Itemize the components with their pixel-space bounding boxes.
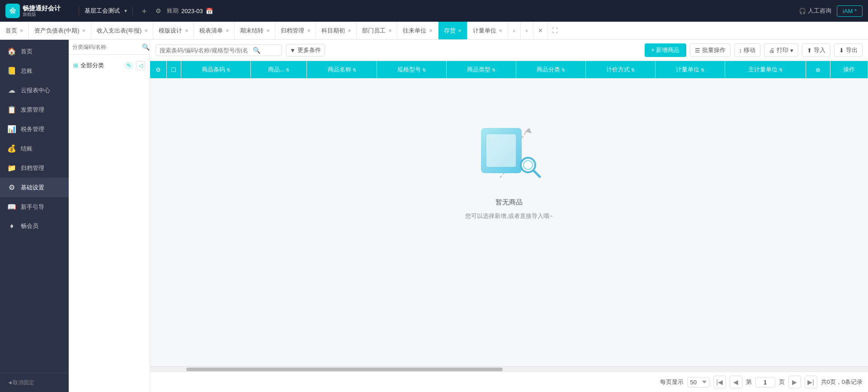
import-button[interactable]: ⬆ 导入 <box>802 43 830 57</box>
company-name[interactable]: 基层工会测试 <box>85 7 120 15</box>
content-area: 🔍 ⊞ 全部分类 ✎ ◁ 🔍 ▼ 更多条件 <box>69 40 868 392</box>
scrollbar-thumb[interactable] <box>186 368 503 371</box>
page-last-button[interactable]: ▶| <box>805 376 817 388</box>
guide-icon: 📖 <box>7 203 16 211</box>
category-list: ⊞ 全部分类 ✎ ◁ <box>69 55 150 392</box>
period-value[interactable]: 2023-03 <box>181 8 203 14</box>
tab-template-close[interactable]: × <box>185 28 188 34</box>
page-prev-button[interactable]: ◀ <box>730 376 742 388</box>
sidebar-item-home-label: 首页 <box>21 47 33 56</box>
sidebar-item-invoice-label: 发票管理 <box>21 106 44 114</box>
product-search-icon[interactable]: 🔍 <box>253 47 260 54</box>
page-number-input[interactable] <box>755 377 775 387</box>
tab-close-all-button[interactable]: ✕ <box>533 22 548 40</box>
tab-home-close[interactable]: × <box>20 28 23 34</box>
page-label: 第 <box>746 378 752 386</box>
th-category-label: 商品分类 <box>537 66 560 74</box>
tab-subject-close[interactable]: × <box>348 28 351 34</box>
th-settings[interactable]: ⚙ <box>150 61 166 78</box>
category-all-item[interactable]: ⊞ 全部分类 ✎ ◁ <box>69 57 150 74</box>
print-button[interactable]: 🖨 打印 ▾ <box>764 43 798 57</box>
tab-transactions-close[interactable]: × <box>429 28 432 34</box>
page-first-button[interactable]: |◀ <box>713 376 726 388</box>
category-collapse-button[interactable]: ◁ <box>136 61 145 70</box>
tab-next-button[interactable]: › <box>521 22 533 40</box>
sidebar-item-cloud-report[interactable]: ☁ 云报表中心 <box>0 80 69 100</box>
add-tab-button[interactable]: ＋ <box>138 5 150 16</box>
more-filter-button[interactable]: ▼ 更多条件 <box>286 44 325 57</box>
th-type[interactable]: 商品类型⇅ <box>446 61 516 78</box>
tab-tax-close[interactable]: × <box>226 28 229 34</box>
tab-subject-init-label: 科目期初 <box>321 27 345 35</box>
batch-label: 批量操作 <box>702 46 726 54</box>
tab-income-label: 收入支出表(年报) <box>97 27 142 35</box>
tab-balance-sheet[interactable]: 资产负债表(中期) × <box>29 22 91 40</box>
tab-expand-button[interactable]: ⛶ <box>548 22 562 40</box>
tab-inventory[interactable]: 存货 × <box>439 22 467 40</box>
settings-icon[interactable]: ⚙ <box>154 7 163 14</box>
sidebar-item-member[interactable]: ♦ 畅会员 <box>0 217 69 236</box>
sidebar-item-settle[interactable]: 💰 结账 <box>0 139 69 158</box>
calendar-icon[interactable]: 📅 <box>206 8 213 14</box>
th-spec[interactable]: 规格型号⇅ <box>377 61 446 78</box>
sidebar-item-guide[interactable]: 📖 新手引导 <box>0 197 69 217</box>
batch-operation-button[interactable]: ☰ 批量操作 <box>690 43 731 57</box>
product-search-input[interactable] <box>160 47 250 54</box>
tab-income[interactable]: 收入支出表(年报) × <box>91 22 154 40</box>
horizontal-scrollbar[interactable] <box>150 366 868 372</box>
tab-balance-close[interactable]: × <box>82 28 85 34</box>
tab-dept-close[interactable]: × <box>388 28 392 34</box>
th-category[interactable]: 商品分类⇅ <box>516 61 585 78</box>
category-search-input[interactable] <box>72 44 140 50</box>
tab-template[interactable]: 模版设计 × <box>153 22 194 40</box>
th-barcode[interactable]: 商品条码⇅ <box>181 61 250 78</box>
dropdown-chevron-icon[interactable]: ▾ <box>124 8 127 14</box>
tab-transactions[interactable]: 往来单位 × <box>397 22 438 40</box>
move-button[interactable]: ↕ 移动 <box>734 43 761 57</box>
th-code[interactable]: 商品...⇅ <box>250 61 307 78</box>
export-button[interactable]: ⬇ 导出 <box>834 43 863 57</box>
help-button[interactable]: 🎧 人工咨询 <box>799 7 831 15</box>
tab-unit-close[interactable]: × <box>499 28 502 34</box>
tab-tax[interactable]: 税表清单 × <box>194 22 235 40</box>
th-price-method[interactable]: 计价方式⇅ <box>585 61 655 78</box>
th-name[interactable]: 商品名称⇅ <box>307 61 377 78</box>
tab-archive[interactable]: 归档管理 × <box>275 22 316 40</box>
tab-inventory-close[interactable]: × <box>458 28 462 34</box>
sidebar-item-ledger[interactable]: 📒 总账 <box>0 61 69 80</box>
page-next-button[interactable]: ▶ <box>788 376 801 388</box>
logo-area: 会 畅捷通好会计 旗舰版 <box>5 4 73 18</box>
tab-period-close[interactable]: × <box>266 28 269 34</box>
sidebar-unpin-button[interactable]: ◄取消固定 <box>0 373 69 392</box>
tab-income-close[interactable]: × <box>144 28 147 34</box>
toolbar-right: + 新增商品 ☰ 批量操作 ↕ 移动 🖨 打印 ▾ <box>645 43 863 57</box>
tab-dept-staff[interactable]: 部门员工 × <box>357 22 397 40</box>
category-search-icon[interactable]: 🔍 <box>142 43 150 51</box>
sort-price-icon: ⇅ <box>631 67 635 72</box>
page-size-select[interactable]: 50 100 200 <box>687 377 710 387</box>
th-extra[interactable]: ⊕ <box>806 61 830 78</box>
th-main-unit[interactable]: 主计量单位⇅ <box>725 61 806 78</box>
category-search-bar: 🔍 <box>69 40 150 55</box>
category-grid-icon: ⊞ <box>73 62 78 69</box>
sidebar-item-tax[interactable]: 📊 税务管理 <box>0 119 69 139</box>
tab-archive-label: 归档管理 <box>281 27 304 35</box>
tab-home[interactable]: 首页 × <box>0 22 29 40</box>
tab-prev-button[interactable]: ‹ <box>508 22 521 40</box>
sidebar-item-home[interactable]: 🏠 首页 <box>0 42 69 61</box>
sidebar-item-settings[interactable]: ⚙ 基础设置 <box>0 178 69 197</box>
iam-button[interactable]: iAM * <box>837 5 863 17</box>
tab-subject-init[interactable]: 科目期初 × <box>316 22 357 40</box>
empty-state: 暂无商品 您可以选择新增,或者直接导入哦~ <box>150 78 868 257</box>
sidebar-item-invoice[interactable]: 📋 发票管理 <box>0 100 69 119</box>
tab-unit[interactable]: 计量单位 × <box>467 22 508 40</box>
tab-archive-close[interactable]: × <box>307 28 310 34</box>
tab-period-carry[interactable]: 期末结转 × <box>235 22 275 40</box>
th-unit[interactable]: 计量单位⇅ <box>655 61 725 78</box>
add-product-button[interactable]: + 新增商品 <box>645 43 686 57</box>
sidebar-item-archive[interactable]: 📁 归档管理 <box>0 158 69 178</box>
th-checkbox[interactable]: ☐ <box>166 61 181 78</box>
empty-title: 暂无商品 您可以选择新增,或者直接导入哦~ <box>465 196 552 221</box>
period-label: 账期 <box>167 7 179 15</box>
category-edit-button[interactable]: ✎ <box>124 61 133 70</box>
